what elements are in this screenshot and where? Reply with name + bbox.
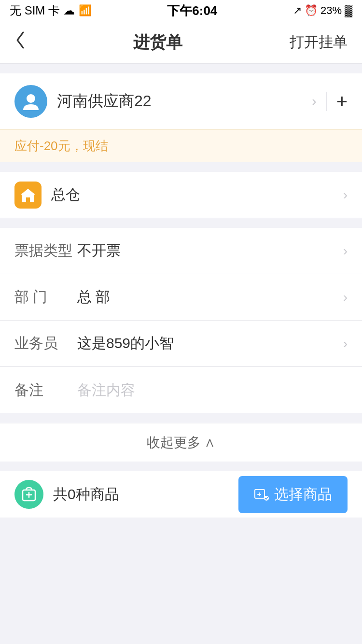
select-goods-button[interactable]: 选择商品 <box>238 476 348 513</box>
status-time: 下午6:04 <box>167 2 217 19</box>
supplier-section: 河南供应商22 › + 应付-20元，现结 <box>0 73 362 162</box>
invoice-type-arrow-icon: › <box>343 243 348 259</box>
warehouse-name: 总仓 <box>51 185 343 205</box>
supplier-arrow-icon: › <box>312 94 316 109</box>
invoice-type-row[interactable]: 票据类型 不开票 › <box>0 228 362 274</box>
form-section: 票据类型 不开票 › 部 门 总 部 › 业务员 这是859的小智 › 备注 备… <box>0 228 362 413</box>
department-label: 部 门 <box>14 287 72 307</box>
section-divider-1 <box>0 64 362 73</box>
status-left: 无 SIM 卡 ☁ 📶 <box>10 3 92 18</box>
collapse-row[interactable]: 收起更多 ∧ <box>0 423 362 462</box>
invoice-type-value: 不开票 <box>72 241 343 261</box>
invoice-type-label: 票据类型 <box>14 241 72 261</box>
goods-icon-bg <box>14 480 43 509</box>
alarm-icon: ⏰ <box>305 4 318 17</box>
salesperson-arrow-icon: › <box>343 336 348 351</box>
department-row[interactable]: 部 门 总 部 › <box>0 274 362 321</box>
page-title: 进货单 <box>133 31 182 54</box>
supplier-name: 河南供应商22 <box>57 91 312 112</box>
location-icon: ↗ <box>293 4 302 17</box>
department-value: 总 部 <box>72 287 343 307</box>
status-right: ↗ ⏰ 23% ▓ <box>293 4 352 17</box>
battery-label: 23% <box>320 4 342 17</box>
remark-input[interactable]: 备注内容 <box>72 380 348 400</box>
battery-icon: ▓ <box>345 4 352 17</box>
svg-point-0 <box>27 94 35 103</box>
bottom-bar: 共0种商品 选择商品 <box>0 471 362 518</box>
goods-count-label: 共0种商品 <box>53 485 238 504</box>
sim-label: 无 SIM 卡 ☁ <box>10 3 75 18</box>
supplier-row[interactable]: 河南供应商22 › + <box>0 73 362 129</box>
salesperson-row[interactable]: 业务员 这是859的小智 › <box>0 321 362 367</box>
back-button[interactable] <box>14 30 26 54</box>
department-arrow-icon: › <box>343 290 348 305</box>
status-bar: 无 SIM 卡 ☁ 📶 下午6:04 ↗ ⏰ 23% ▓ <box>0 0 362 21</box>
remark-row[interactable]: 备注 备注内容 <box>0 367 362 413</box>
nav-bar: 进货单 打开挂单 <box>0 21 362 64</box>
wifi-icon: 📶 <box>79 4 92 17</box>
page-background <box>0 518 362 644</box>
svg-marker-2 <box>21 189 35 195</box>
remark-label: 备注 <box>14 380 72 400</box>
warehouse-arrow-icon: › <box>343 187 348 203</box>
select-goods-label: 选择商品 <box>274 485 332 504</box>
collapse-label: 收起更多 ∧ <box>147 434 216 452</box>
warehouse-icon-bg <box>14 182 42 209</box>
warehouse-section: 总仓 › <box>0 172 362 218</box>
svg-rect-3 <box>26 197 30 202</box>
open-pending-button[interactable]: 打开挂单 <box>290 32 348 52</box>
warehouse-row[interactable]: 总仓 › <box>0 172 362 218</box>
salesperson-label: 业务员 <box>14 334 72 353</box>
salesperson-value: 这是859的小智 <box>72 334 343 353</box>
add-supplier-button[interactable]: + <box>336 91 348 112</box>
notice-bar: 应付-20元，现结 <box>0 129 362 162</box>
supplier-avatar <box>14 85 47 118</box>
supplier-divider <box>326 92 327 111</box>
